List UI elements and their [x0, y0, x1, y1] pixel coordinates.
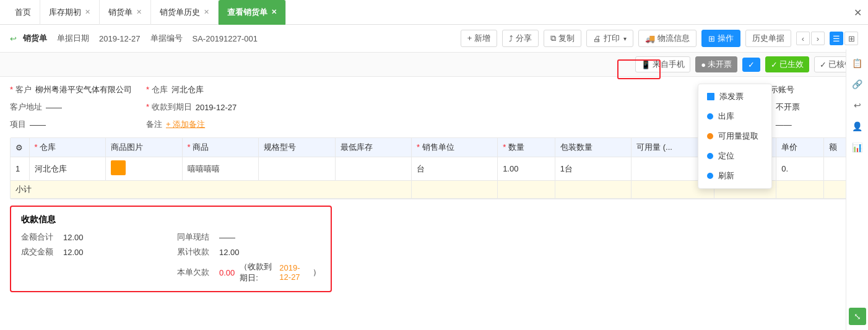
tab-bar: 首页 库存期初 ✕ 销货单 ✕ 销货单历史 ✕ 查看销货单 ✕ ✕	[0, 0, 868, 25]
main-area: ↩ 销货单 单据日期 2019-12-27 单据编号 SA-20191227-0…	[0, 25, 868, 330]
window-close-button[interactable]: ✕	[854, 6, 862, 18]
customer-label: 客户	[10, 84, 32, 95]
tab-inventory-label: 库存期初	[49, 7, 81, 18]
payment-grid: 金额合计 12.00 同单现结 —— 成交金额 12.00 累计收款 12.00…	[21, 232, 321, 284]
copy-button[interactable]: ⧉ 复制	[544, 30, 581, 47]
col-spec: 规格型号	[259, 138, 336, 157]
logistics-button[interactable]: 🚚 物流信息	[638, 30, 697, 47]
available-qty-label: 可用量提取	[718, 131, 758, 142]
row-unit-price: 0.	[776, 157, 824, 181]
check-icon: ✓	[748, 60, 755, 69]
share-button[interactable]: ⤴ 分享	[502, 30, 539, 47]
payment-due-date: 2019-12-27	[279, 263, 308, 282]
payment-same-order-value: ——	[219, 233, 235, 242]
outbound-icon	[707, 113, 713, 119]
effective-button[interactable]: ✓ 已生效	[765, 56, 809, 72]
subtotal-price	[776, 181, 824, 199]
doc-header: ↩ 销货单 单据日期 2019-12-27 单据编号 SA-20191227-0…	[0, 25, 868, 53]
sidebar-icon-5[interactable]: 📊	[849, 139, 866, 156]
print-button[interactable]: 🖨 打印 ▾	[586, 30, 633, 47]
tab-sales-close[interactable]: ✕	[136, 9, 142, 15]
doc-actions: + 新增 ⤴ 分享 ⧉ 复制 🖨 打印 ▾ 🚚 物流信息 ⊞	[461, 30, 858, 47]
row-warehouse: 河北仓库	[29, 157, 106, 181]
address-field: 客户地址 ——	[10, 102, 134, 113]
tab-inventory[interactable]: 库存期初 ✕	[40, 0, 100, 25]
sidebar-icon-expand[interactable]: ⤡	[849, 308, 866, 325]
sidebar-icon-4[interactable]: 👤	[849, 118, 866, 135]
list-view-button[interactable]: ☰	[830, 32, 843, 45]
row-qty: 1.00	[498, 157, 555, 181]
col-qty: 数量	[498, 138, 555, 157]
tab-history[interactable]: 销货单历史 ✕	[151, 0, 219, 25]
payment-cumulative-row: 累计收款 12.00	[177, 246, 321, 258]
sidebar-icon-2[interactable]: 🔗	[849, 76, 866, 93]
add-invoice-label: 添发票	[719, 91, 744, 102]
tab-home[interactable]: 首页	[6, 0, 40, 25]
payment-date-label: 收款到期日	[146, 102, 192, 113]
address-value: ——	[46, 103, 62, 112]
check2-icon: ✓	[771, 60, 778, 69]
doc-date-label: 单据日期	[57, 33, 89, 44]
tab-view-sales-close[interactable]: ✕	[271, 9, 277, 15]
tab-home-label: 首页	[15, 7, 31, 18]
payment-date-field: 收款到期日 2019-12-27	[146, 102, 270, 113]
doc-title-icon: ↩	[10, 34, 17, 43]
new-button[interactable]: + 新增	[461, 30, 497, 47]
ticket-type-value: 不开票	[776, 102, 800, 113]
tab-view-sales-label: 查看销货单	[227, 7, 267, 18]
payment-transaction-row: 成交金额 12.00	[21, 246, 165, 258]
operate-button[interactable]: ⊞ 操作	[701, 30, 740, 47]
dropdown-refresh[interactable]: 刷新	[698, 166, 771, 186]
payment-total-label: 金额合计	[21, 232, 58, 243]
tab-history-close[interactable]: ✕	[204, 9, 209, 15]
mobile-button[interactable]: 📱 来自手机	[635, 56, 690, 72]
invoice-icon	[707, 93, 714, 100]
row-unit: 台	[412, 157, 498, 181]
col-settings[interactable]: ⚙	[11, 138, 29, 157]
dropdown-outbound[interactable]: 出库	[698, 106, 771, 126]
available-qty-icon	[707, 133, 713, 139]
grid-view-button[interactable]: ⊞	[844, 32, 858, 45]
col-min-stock: 最低库存	[335, 138, 412, 157]
toolbar-row: 📱 来自手机 ● 未开票 ✓ ✓ 已生效 ✓ 已核销	[0, 53, 868, 77]
dropdown-available-qty[interactable]: 可用量提取	[698, 126, 771, 146]
warehouse-field: 仓库 河北仓库	[146, 84, 270, 95]
payment-due-end: ）	[313, 267, 321, 278]
product-image	[111, 160, 126, 175]
tab-sales[interactable]: 销货单 ✕	[100, 0, 151, 25]
copy-icon: ⧉	[550, 33, 556, 43]
customer-value: 柳州粤港平安气体有限公司	[35, 84, 132, 95]
subtotal-pack	[555, 181, 631, 199]
payment-due-label: 本单欠款	[177, 267, 214, 278]
dropdown-add-invoice[interactable]: 添发票	[698, 87, 771, 106]
refresh-icon	[707, 173, 713, 179]
doc-title: 销货单	[23, 33, 47, 44]
history-button[interactable]: 历史单据	[745, 30, 791, 47]
doc-number-label: 单据编号	[150, 33, 183, 44]
dropdown-locate[interactable]: 定位	[698, 146, 771, 166]
payment-due-value: 0.00	[219, 268, 235, 277]
tab-view-sales[interactable]: 查看销货单 ✕	[219, 0, 286, 25]
staff2-value: ——	[776, 120, 792, 129]
operate-icon: ⊞	[708, 34, 715, 43]
col-pack-qty: 包装数量	[555, 138, 631, 157]
sidebar-icon-3[interactable]: ↩	[849, 97, 866, 114]
logistics-icon: 🚚	[645, 34, 655, 43]
sidebar-icon-1[interactable]: 📋	[849, 54, 866, 72]
tab-inventory-close[interactable]: ✕	[85, 9, 90, 15]
payment-total-row: 金额合计 12.00	[21, 232, 165, 243]
remark-field: 备注 + 添加备注	[146, 119, 270, 130]
confirm-icon-button[interactable]: ✓	[742, 58, 760, 72]
warehouse-label: 仓库	[146, 84, 168, 95]
outbound-label: 出库	[718, 111, 734, 122]
share-icon: ⤴	[509, 34, 513, 43]
prev-arrow[interactable]: ‹	[796, 32, 810, 45]
remark-add-button[interactable]: + 添加备注	[166, 119, 205, 130]
locate-icon	[707, 153, 713, 159]
next-arrow[interactable]: ›	[811, 32, 825, 45]
unopened-button[interactable]: ● 未开票	[695, 56, 737, 72]
doc-meta: 单据日期 2019-12-27 单据编号 SA-20191227-001	[57, 33, 258, 44]
payment-same-order-label: 同单现结	[177, 232, 214, 243]
payment-cumulative-value: 12.00	[219, 248, 240, 257]
project-value: ——	[30, 120, 46, 129]
